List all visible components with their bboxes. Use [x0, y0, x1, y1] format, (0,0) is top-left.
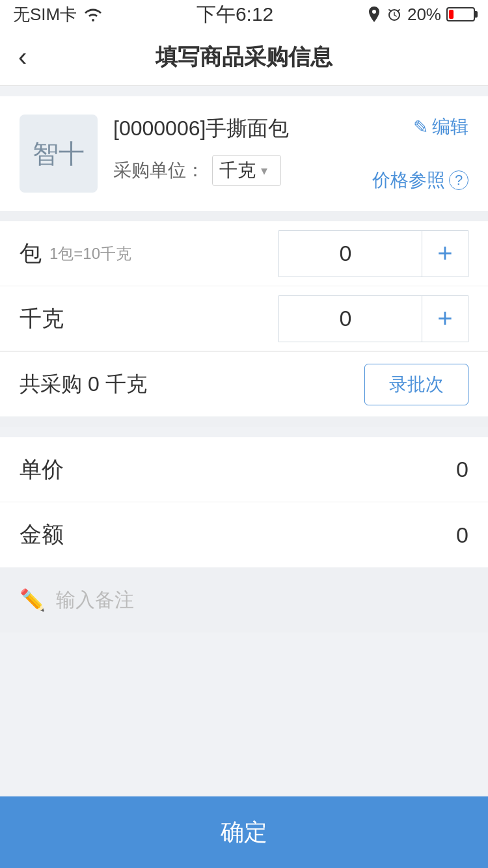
amount-value: 0 — [456, 522, 468, 548]
remark-section[interactable]: ✏️ 输入备注 — [0, 567, 488, 632]
edit-label: 编辑 — [432, 115, 468, 139]
kg-input[interactable] — [278, 295, 422, 342]
confirm-button[interactable]: 确定 — [0, 796, 488, 868]
status-left: 无SIM卡 — [13, 3, 103, 26]
unit-price-value: 0 — [456, 457, 468, 482]
bao-sublabel: 1包=10千克 — [49, 243, 131, 264]
kg-label: 千克 — [20, 304, 64, 334]
unit-price-label: 单价 — [20, 455, 64, 485]
carrier-label: 无SIM卡 — [13, 3, 77, 26]
bao-label: 包 1包=10千克 — [20, 239, 131, 269]
page-title: 填写商品采购信息 — [156, 42, 332, 72]
summary-unit: 千克 — [105, 372, 147, 396]
price-ref-button[interactable]: 价格参照 ? — [372, 168, 468, 193]
unit-label: 采购单位： — [113, 158, 204, 183]
chevron-down-icon: ▾ — [261, 163, 267, 178]
wifi-icon — [83, 7, 103, 21]
confirm-label: 确定 — [221, 817, 267, 848]
amount-label: 金额 — [20, 520, 64, 550]
pencil-icon: ✏️ — [20, 588, 46, 612]
unit-price-row: 单价 0 — [0, 437, 488, 502]
bao-quantity-control: + — [278, 230, 468, 277]
bao-input-row: 包 1包=10千克 + — [0, 221, 488, 286]
remark-placeholder: 输入备注 — [56, 587, 134, 614]
bao-label-text: 包 — [20, 239, 42, 269]
price-ref-label: 价格参照 — [372, 168, 445, 193]
location-icon — [367, 7, 381, 22]
edit-button[interactable]: ✎ 编辑 — [413, 115, 468, 139]
kg-quantity-control: + — [278, 295, 468, 342]
section-divider-1 — [0, 211, 488, 221]
input-section: 包 1包=10千克 + 千克 + 共采购 0 千克 — [0, 221, 488, 416]
battery-percent: 20% — [407, 5, 441, 25]
unit-select[interactable]: 千克 ▾ — [212, 155, 281, 186]
amount-row: 金额 0 — [0, 502, 488, 567]
batch-button[interactable]: 录批次 — [364, 364, 468, 405]
kg-plus-button[interactable]: + — [422, 295, 468, 342]
kg-input-row: 千克 + — [0, 286, 488, 351]
kg-label-text: 千克 — [20, 304, 64, 334]
summary-prefix: 共采购 — [20, 372, 82, 396]
back-button[interactable]: ‹ — [18, 42, 27, 72]
summary-row: 共采购 0 千克 录批次 — [0, 351, 488, 416]
unit-value: 千克 — [219, 158, 256, 183]
bao-plus-button[interactable]: + — [422, 230, 468, 277]
status-right: 20% — [367, 5, 475, 25]
summary-amount: 0 — [88, 372, 100, 396]
edit-icon: ✎ — [413, 116, 428, 138]
main-content: 智十 [0000006]手撕面包 采购单位： 千克 ▾ ✎ 编辑 价格参照 ? — [0, 96, 488, 711]
summary-text: 共采购 0 千克 — [20, 370, 147, 399]
product-image: 智十 — [20, 115, 98, 193]
question-icon: ? — [449, 170, 468, 190]
battery-icon — [446, 7, 475, 21]
price-section: 单价 0 金额 0 — [0, 437, 488, 567]
bao-input[interactable] — [278, 230, 422, 277]
section-divider-2 — [0, 416, 488, 427]
alarm-icon — [386, 7, 402, 22]
nav-bar: ‹ 填写商品采购信息 — [0, 29, 488, 86]
status-bar: 无SIM卡 下午6:12 20% — [0, 0, 488, 29]
status-time: 下午6:12 — [197, 1, 273, 28]
product-card: 智十 [0000006]手撕面包 采购单位： 千克 ▾ ✎ 编辑 价格参照 ? — [0, 96, 488, 211]
product-logo: 智十 — [33, 141, 85, 167]
